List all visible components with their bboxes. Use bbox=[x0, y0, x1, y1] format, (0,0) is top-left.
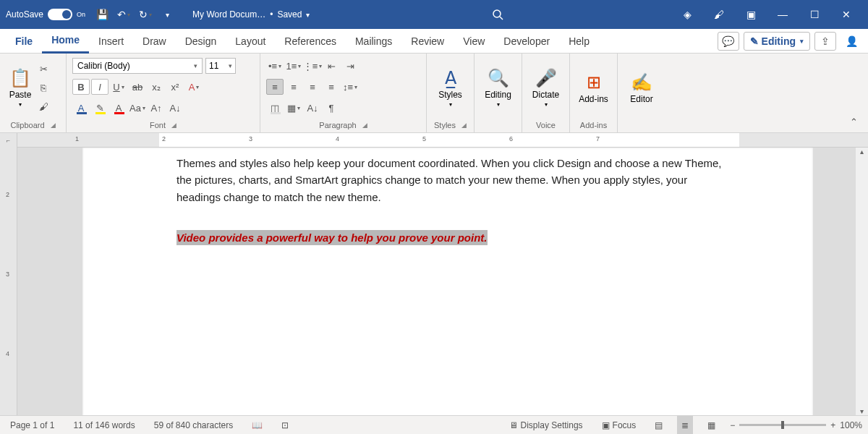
selected-text[interactable]: Video provides a powerful way to help yo… bbox=[176, 230, 488, 245]
tab-developer[interactable]: Developer bbox=[494, 29, 559, 54]
word-count[interactable]: 11 of 146 words bbox=[69, 416, 139, 435]
toggle-switch[interactable] bbox=[48, 9, 72, 20]
window-icon[interactable]: ▣ bbox=[735, 0, 767, 29]
editing-button[interactable]: 🔍 Editing ▾ bbox=[480, 59, 516, 117]
copy-button[interactable]: ⎘ bbox=[35, 80, 52, 96]
font-name-combo[interactable]: Calibri (Body)▾ bbox=[72, 58, 203, 74]
justify-button[interactable]: ≡ bbox=[323, 79, 340, 95]
tab-draw[interactable]: Draw bbox=[133, 29, 176, 54]
editor-button[interactable]: ✍ Editor bbox=[624, 59, 660, 117]
editor-label: Editor bbox=[630, 94, 652, 104]
autosave-toggle[interactable]: AutoSave On bbox=[6, 9, 85, 20]
superscript-button[interactable]: x² bbox=[166, 79, 184, 95]
document-title[interactable]: My Word Docum… • Saved ▾ bbox=[192, 9, 310, 20]
page-indicator[interactable]: Page 1 of 1 bbox=[6, 416, 59, 435]
brush-icon[interactable]: 🖌 bbox=[703, 0, 735, 29]
shrink-font-button[interactable]: A↓ bbox=[166, 100, 184, 116]
format-painter-button[interactable]: 🖌 bbox=[35, 99, 52, 115]
decrease-indent-button[interactable]: ⇤ bbox=[323, 58, 340, 74]
dictate-button[interactable]: 🎤 Dictate ▾ bbox=[528, 59, 563, 117]
change-case-button[interactable]: Aa bbox=[129, 100, 146, 116]
increase-indent-button[interactable]: ⇥ bbox=[341, 58, 359, 74]
text-effects-button[interactable]: A bbox=[72, 100, 90, 116]
dialog-launcher-icon[interactable]: ◢ bbox=[171, 122, 176, 129]
comments-button[interactable]: 💬 bbox=[718, 32, 739, 51]
vertical-scrollbar[interactable]: ▴ ▾ bbox=[855, 148, 868, 415]
tab-mailings[interactable]: Mailings bbox=[346, 29, 401, 54]
account-icon[interactable]: 👤 bbox=[841, 32, 862, 51]
dialog-launcher-icon[interactable]: ◢ bbox=[461, 122, 467, 129]
styles-button[interactable]: A̲ Styles ▾ bbox=[433, 59, 468, 117]
document-page[interactable]: Themes and styles also help keep your do… bbox=[82, 148, 813, 415]
scroll-down-icon[interactable]: ▾ bbox=[860, 407, 864, 415]
ruler-tick: 7 bbox=[596, 135, 600, 142]
subscript-button[interactable]: x₂ bbox=[148, 79, 165, 95]
cut-button[interactable]: ✂ bbox=[35, 61, 52, 77]
line-spacing-button[interactable]: ↕≡ bbox=[341, 79, 359, 95]
numbering-button[interactable]: 1≡ bbox=[285, 58, 302, 74]
sort-button[interactable]: A↓ bbox=[304, 100, 321, 116]
italic-button[interactable]: I bbox=[91, 79, 109, 95]
char-count[interactable]: 59 of 840 characters bbox=[150, 416, 237, 435]
font-color-button[interactable]: A bbox=[110, 100, 127, 116]
scroll-up-icon[interactable]: ▴ bbox=[860, 148, 864, 156]
tab-layout[interactable]: Layout bbox=[226, 29, 275, 54]
qat-customize[interactable]: ▾ bbox=[156, 4, 178, 25]
tab-file[interactable]: File bbox=[6, 29, 42, 54]
multilevel-list-button[interactable]: ⋮≡ bbox=[304, 58, 321, 74]
borders-button[interactable]: ▦ bbox=[285, 100, 302, 116]
highlight-color-button[interactable]: ✎ bbox=[91, 100, 109, 116]
align-right-button[interactable]: ≡ bbox=[304, 79, 321, 95]
maximize-button[interactable]: ☐ bbox=[799, 0, 830, 29]
addins-button[interactable]: ⊞ Add-ins bbox=[576, 59, 611, 117]
collapse-ribbon-button[interactable]: ⌃ bbox=[845, 114, 862, 129]
clear-formatting-button[interactable]: A bbox=[185, 79, 203, 95]
shading-button[interactable]: ◫ bbox=[266, 100, 284, 116]
editing-mode-button[interactable]: ✎ Editing ▾ bbox=[744, 32, 810, 51]
bold-button[interactable]: B bbox=[72, 79, 90, 95]
print-layout-button[interactable]: ≣ bbox=[677, 416, 693, 435]
read-mode-button[interactable]: ▤ bbox=[650, 416, 667, 435]
tab-home[interactable]: Home bbox=[42, 29, 89, 54]
zoom-value[interactable]: 100% bbox=[840, 420, 862, 430]
show-marks-button[interactable]: ¶ bbox=[323, 100, 340, 116]
tab-view[interactable]: View bbox=[454, 29, 494, 54]
zoom-control[interactable]: − + 100% bbox=[730, 420, 862, 430]
web-layout-button[interactable]: ▦ bbox=[703, 416, 720, 435]
tab-references[interactable]: References bbox=[275, 29, 346, 54]
grow-font-button[interactable]: A↑ bbox=[148, 100, 165, 116]
chevron-down-icon: ▾ bbox=[449, 101, 452, 108]
page-viewport[interactable]: Themes and styles also help keep your do… bbox=[17, 148, 868, 415]
diamond-icon[interactable]: ◈ bbox=[671, 0, 703, 29]
accessibility-icon[interactable]: ⊡ bbox=[277, 416, 293, 435]
undo-button[interactable]: ↶ bbox=[113, 4, 135, 25]
bullets-button[interactable]: •≡ bbox=[266, 58, 284, 74]
close-button[interactable]: ✕ bbox=[830, 0, 862, 29]
strikethrough-button[interactable]: ab bbox=[129, 79, 146, 95]
underline-button[interactable]: U bbox=[110, 79, 127, 95]
tab-review[interactable]: Review bbox=[401, 29, 454, 54]
align-left-button[interactable]: ≡ bbox=[266, 79, 284, 95]
display-settings-button[interactable]: 🖥 Display Settings bbox=[505, 416, 587, 435]
zoom-in-button[interactable]: + bbox=[830, 420, 835, 430]
font-size-combo[interactable]: 11▾ bbox=[205, 58, 236, 74]
horizontal-ruler[interactable]: 1234567 bbox=[17, 133, 868, 148]
align-center-button[interactable]: ≡ bbox=[285, 79, 302, 95]
minimize-button[interactable]: — bbox=[767, 0, 799, 29]
vertical-ruler[interactable]: 2 3 4 bbox=[0, 148, 17, 415]
tab-insert[interactable]: Insert bbox=[89, 29, 133, 54]
dialog-launcher-icon[interactable]: ◢ bbox=[362, 122, 367, 129]
save-icon[interactable]: 💾 bbox=[91, 4, 113, 25]
dialog-launcher-icon[interactable]: ◢ bbox=[51, 122, 56, 129]
search-icon[interactable] bbox=[487, 4, 509, 25]
redo-button[interactable]: ↻ bbox=[135, 4, 156, 25]
paste-button[interactable]: 📋 Paste ▾ bbox=[6, 59, 35, 117]
zoom-slider[interactable] bbox=[739, 424, 826, 426]
tab-design[interactable]: Design bbox=[176, 29, 226, 54]
focus-button[interactable]: ▣ Focus bbox=[597, 416, 641, 435]
zoom-out-button[interactable]: − bbox=[730, 420, 735, 430]
body-paragraph[interactable]: Themes and styles also help keep your do… bbox=[176, 155, 733, 205]
share-button[interactable]: ⇪ bbox=[814, 32, 836, 51]
tab-help[interactable]: Help bbox=[559, 29, 599, 54]
spellcheck-icon[interactable]: 📖 bbox=[247, 416, 267, 435]
